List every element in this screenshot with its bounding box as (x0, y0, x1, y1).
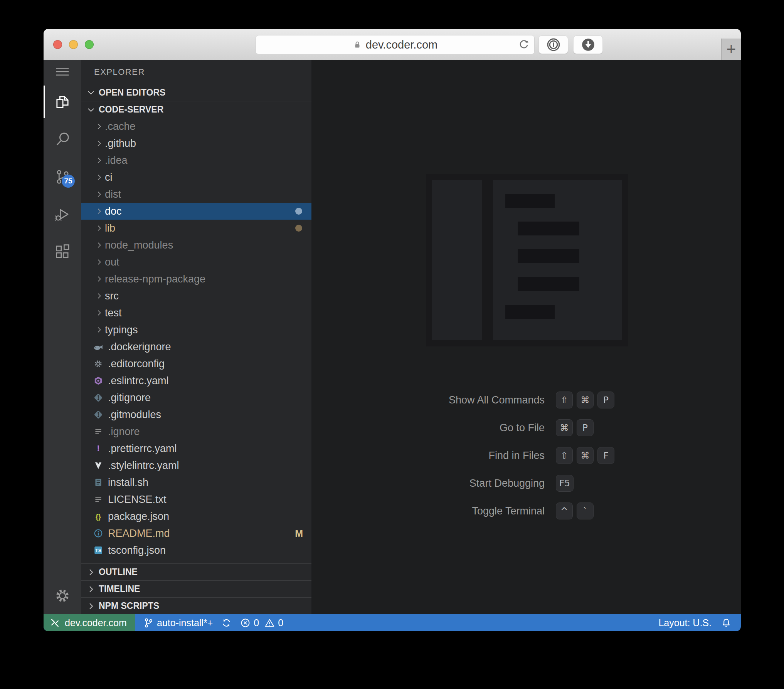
search-icon (53, 130, 72, 149)
close-button[interactable] (53, 40, 62, 49)
shortcut-row: Toggle Terminal^` (311, 497, 741, 525)
shortcut-label: Start Debugging (311, 477, 545, 489)
settings-button[interactable] (44, 577, 81, 614)
keyboard-key: ⇧ (556, 392, 573, 408)
browser-titlebar: dev.coder.com + (44, 29, 741, 60)
chevron-right-icon (95, 275, 103, 283)
downloads-button[interactable] (573, 35, 603, 54)
new-tab-button[interactable]: + (721, 39, 741, 60)
file-item-README.md[interactable]: README.mdM (81, 525, 311, 542)
explorer-sidebar: EXPLORER OPEN EDITORS CODE-SERVER .cache… (81, 60, 311, 614)
remote-indicator[interactable]: dev.coder.com (44, 614, 135, 631)
keyboard-key: P (597, 392, 614, 408)
section-timeline[interactable]: TIMELINE (81, 580, 311, 597)
item-label: package.json (108, 511, 169, 523)
prettier-icon: ! (93, 444, 103, 454)
file-item-package.json[interactable]: {}package.json (81, 508, 311, 525)
folder-item-lib[interactable]: lib (81, 220, 311, 237)
zoom-button[interactable] (85, 40, 94, 49)
activitybar-search[interactable] (44, 121, 81, 158)
file-item-.stylelintrc.yaml[interactable]: .stylelintrc.yaml (81, 457, 311, 474)
item-label: .dockerignore (108, 341, 171, 353)
folder-item-typings[interactable]: typings (81, 321, 311, 338)
vscode-workbench: 75 EXPLORER OPEN EDITORS CODE-SERVER (44, 60, 741, 614)
folder-item-.cache[interactable]: .cache (81, 118, 311, 135)
activity-bar: 75 (44, 60, 81, 614)
item-label: .idea (105, 155, 128, 166)
section-label: OPEN EDITORS (99, 87, 165, 98)
keyboard-key: F (597, 447, 614, 464)
file-item-.editorconfig[interactable]: .editorconfig (81, 355, 311, 372)
stylelint-icon (93, 460, 103, 471)
file-item-LICENSE.txt[interactable]: LICENSE.txt (81, 491, 311, 508)
item-label: out (105, 256, 119, 268)
activitybar-extensions[interactable] (44, 233, 81, 270)
section-outline[interactable]: OUTLINE (81, 563, 311, 580)
folder-item-.github[interactable]: .github (81, 135, 311, 152)
keyboard-key: ⌘ (577, 392, 594, 408)
activitybar-explorer[interactable] (44, 83, 81, 121)
item-label: doc (105, 205, 122, 217)
password-extension-button[interactable] (538, 35, 568, 54)
problems-item[interactable]: 0 0 (240, 617, 283, 629)
file-item-.gitignore[interactable]: .gitignore (81, 389, 311, 406)
activitybar-run-debug[interactable] (44, 195, 81, 233)
menu-button[interactable] (44, 60, 81, 83)
folder-item-doc[interactable]: doc (81, 203, 311, 220)
folder-item-src[interactable]: src (81, 287, 311, 304)
item-label: LICENSE.txt (108, 494, 167, 506)
chevron-right-icon (95, 224, 103, 232)
folder-item-node_modules[interactable]: node_modules (81, 237, 311, 254)
folder-item-release-npm-package[interactable]: release-npm-package (81, 271, 311, 287)
folder-item-ci[interactable]: ci (81, 169, 311, 186)
chevron-right-icon (95, 207, 103, 215)
section-code-server[interactable]: CODE-SERVER (81, 101, 311, 118)
run-debug-icon (53, 205, 72, 224)
remote-host-label: dev.coder.com (65, 617, 127, 629)
shortcut-row: Show All Commands⇧⌘P (311, 386, 741, 414)
extensions-icon (53, 242, 72, 261)
traffic-lights (53, 29, 94, 60)
status-bar: dev.coder.com auto-install*+ 0 0 Layout:… (44, 614, 741, 631)
item-label: typings (105, 324, 138, 336)
section-npm-scripts[interactable]: NPM SCRIPTS (81, 597, 311, 614)
error-icon (240, 618, 251, 628)
file-item-.dockerignore[interactable]: .dockerignore (81, 338, 311, 355)
file-item-.eslintrc.yaml[interactable]: .eslintrc.yaml (81, 372, 311, 389)
item-label: .eslintrc.yaml (108, 375, 169, 387)
section-label: CODE-SERVER (99, 104, 163, 115)
whale-icon (93, 342, 103, 352)
file-item-.gitmodules[interactable]: .gitmodules (81, 406, 311, 423)
address-bar[interactable]: dev.coder.com (256, 35, 535, 54)
folder-item-dist[interactable]: dist (81, 186, 311, 203)
file-item-tsconfig.json[interactable]: TStsconfig.json (81, 542, 311, 559)
sync-changes-button[interactable] (221, 618, 232, 628)
svg-text:!: ! (97, 444, 100, 453)
chevron-right-icon (95, 241, 103, 249)
shortcut-row: Start DebuggingF5 (311, 469, 741, 497)
folder-item-.idea[interactable]: .idea (81, 152, 311, 169)
shortcut-label: Find in Files (311, 450, 545, 462)
chevron-right-icon (86, 602, 96, 611)
bell-icon[interactable] (721, 617, 732, 628)
git-branch-item[interactable]: auto-install*+ (143, 617, 213, 629)
file-item-.ignore[interactable]: .ignore (81, 423, 311, 440)
item-label: src (105, 290, 119, 302)
section-label: TIMELINE (99, 584, 140, 594)
activitybar-source-control[interactable]: 75 (44, 158, 81, 195)
file-item-install.sh[interactable]: install.sh (81, 474, 311, 491)
chevron-right-icon (86, 585, 96, 594)
folder-item-out[interactable]: out (81, 254, 311, 271)
reload-button[interactable] (517, 38, 530, 51)
section-open-editors[interactable]: OPEN EDITORS (81, 84, 311, 101)
item-label: lib (105, 222, 115, 234)
browser-window: dev.coder.com + 75 (44, 29, 741, 631)
folder-item-test[interactable]: test (81, 304, 311, 321)
keyboard-key: ⌘ (577, 447, 594, 464)
file-item-.prettierrc.yaml[interactable]: !.prettierrc.yaml (81, 440, 311, 457)
shortcut-label: Go to File (311, 422, 545, 434)
scm-badge: 75 (62, 175, 75, 188)
keyboard-layout-label[interactable]: Layout: U.S. (658, 617, 712, 629)
minimize-button[interactable] (69, 40, 78, 49)
hamburger-icon (53, 62, 72, 81)
